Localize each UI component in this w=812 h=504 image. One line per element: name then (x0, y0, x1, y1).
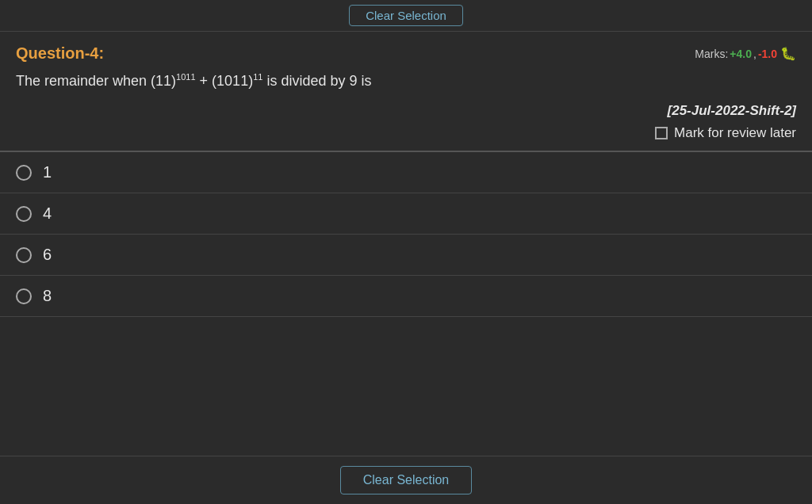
question-header: Question-4: Marks: +4.0 , -1.0 🐛 (16, 44, 796, 63)
marks-negative: -1.0 (758, 48, 777, 60)
bug-icon[interactable]: 🐛 (780, 46, 796, 61)
option-label-4: 8 (43, 287, 52, 305)
marks-separator: , (753, 48, 756, 60)
question-text: The remainder when (11)1011 + (1011)11 i… (16, 71, 796, 92)
question-container: Question-4: Marks: +4.0 , -1.0 🐛 The rem… (0, 32, 812, 152)
review-checkbox-row: Mark for review later (655, 125, 796, 141)
mark-review-checkbox[interactable] (655, 127, 668, 139)
option-row-2[interactable]: 4 (0, 193, 812, 235)
option-row-1[interactable]: 1 (0, 152, 812, 193)
clear-selection-top-button[interactable]: Clear Selection (349, 5, 463, 26)
question-title: Question-4: (16, 44, 104, 63)
option-label-2: 4 (43, 204, 52, 223)
marks-positive: +4.0 (730, 48, 752, 60)
option-label-1: 1 (43, 163, 52, 181)
question-meta: [25-Jul-2022-Shift-2] Mark for review la… (16, 103, 796, 141)
bottom-bar: Clear Selection (0, 456, 812, 504)
radio-option-2[interactable] (16, 206, 32, 222)
radio-option-4[interactable] (16, 288, 32, 304)
radio-option-1[interactable] (16, 165, 32, 181)
shift-tag: [25-Jul-2022-Shift-2] (668, 103, 796, 119)
top-bar: Clear Selection (0, 0, 812, 32)
option-row-4[interactable]: 8 (0, 276, 812, 317)
marks-label: Marks: (695, 48, 728, 60)
marks-info: Marks: +4.0 , -1.0 🐛 (695, 46, 796, 61)
option-label-3: 6 (43, 246, 52, 264)
clear-selection-button[interactable]: Clear Selection (340, 466, 473, 494)
options-list: 1 4 6 8 (0, 152, 812, 456)
review-label: Mark for review later (674, 125, 796, 141)
option-row-3[interactable]: 6 (0, 235, 812, 276)
radio-option-3[interactable] (16, 247, 32, 263)
